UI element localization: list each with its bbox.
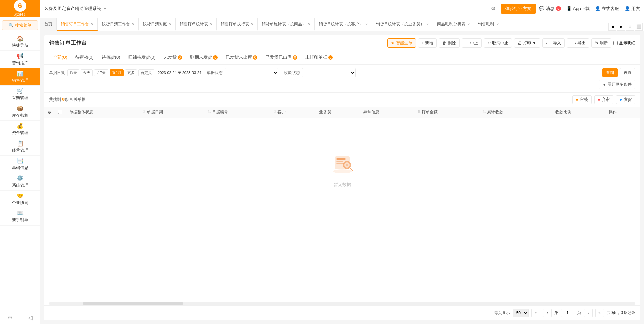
- tab-sales-profit[interactable]: 销售毛利 ×: [474, 18, 503, 31]
- search-menu-button[interactable]: 🔍 搜索菜单: [2, 20, 38, 30]
- expand-more-button[interactable]: ▼ 展开更多条件: [599, 80, 635, 89]
- date-btn-1month[interactable]: 近1月: [110, 69, 124, 76]
- sub-tab-overdue[interactable]: 到期未发货 0: [186, 51, 222, 64]
- sub-tab-shipped-not-in[interactable]: 已发货未出库 0: [222, 51, 262, 64]
- show-detail-checkbox-label[interactable]: 显示明细: [613, 40, 635, 46]
- review-dot-icon: [576, 99, 578, 101]
- sidebar-item-system[interactable]: ⚙️ 系统管理: [0, 173, 40, 191]
- tab-sales-order-exec-close[interactable]: ×: [251, 22, 253, 27]
- scrollbar-area[interactable]: [44, 302, 640, 305]
- tab-sales-stats-staff-close[interactable]: ×: [426, 22, 429, 27]
- th-customer[interactable]: ⇅ 客户: [269, 107, 316, 118]
- settings-btn[interactable]: 设置: [620, 68, 635, 77]
- ship-action-button[interactable]: 发货: [616, 95, 635, 104]
- delete-button[interactable]: 🗑 删除: [439, 38, 460, 48]
- table-scroll-area[interactable]: ⚙ 单据整体状态 ⇅ 单据日期: [44, 107, 640, 302]
- gear-button[interactable]: ⚙: [488, 4, 498, 13]
- date-btn-yesterday[interactable]: 昨天: [67, 69, 79, 76]
- sub-tab-shipped-in[interactable]: 已发货已出库 0: [261, 51, 301, 64]
- refresh-button[interactable]: ↻ 刷新: [591, 38, 611, 48]
- tab-sales-order-stats-label: 销售订单统计表: [180, 21, 208, 27]
- tab-product-margin-close[interactable]: ×: [467, 22, 470, 27]
- tab-sales-stats-staff[interactable]: 销货单统计表（按业务员） ×: [372, 18, 433, 31]
- th-collected[interactable]: ⇅ 累计收款...: [479, 107, 552, 118]
- payment-filter-select[interactable]: [302, 68, 356, 77]
- tab-next-button[interactable]: ▶: [617, 23, 625, 31]
- tab-home[interactable]: 首页: [40, 18, 57, 31]
- app-download-button[interactable]: 📱 App下载: [566, 6, 590, 12]
- date-btn-custom[interactable]: 自定义: [138, 69, 154, 76]
- smart-create-button[interactable]: ★ 智能生单: [387, 38, 416, 48]
- page-prev-button[interactable]: ‹: [543, 309, 552, 317]
- tab-maximize-button[interactable]: ⬜: [635, 23, 643, 31]
- scrollbar-thumb[interactable]: [83, 302, 183, 305]
- tab-cash-daily-close[interactable]: ×: [132, 22, 134, 27]
- date-btn-today[interactable]: 今天: [81, 69, 93, 76]
- th-number[interactable]: ⇅ 单据编号: [204, 107, 269, 118]
- sub-tab-pending-pickup[interactable]: 待拣货(0): [98, 51, 124, 64]
- date-btn-7days[interactable]: 近7天: [94, 69, 108, 76]
- stop-button[interactable]: ⊙ 中止: [462, 38, 482, 48]
- industry-solution-button[interactable]: 体验行业方案: [501, 4, 536, 14]
- sidebar-item-guide[interactable]: 📖 新手引导: [0, 208, 40, 226]
- tab-cash-reconcile-close[interactable]: ×: [169, 22, 171, 27]
- tab-sales-stats-product-close[interactable]: ×: [308, 22, 310, 27]
- tab-sales-stats-product[interactable]: 销货单统计表（按商品） ×: [258, 18, 315, 31]
- sidebar-item-operation[interactable]: 📋 经营管理: [0, 138, 40, 156]
- tab-sales-stats-customer[interactable]: 销货单统计表（按客户） ×: [315, 18, 372, 31]
- tab-close-all-button[interactable]: ×: [626, 23, 634, 31]
- page-total-text: 共0页，0条记录: [607, 310, 635, 316]
- add-button[interactable]: + 新增: [418, 38, 437, 48]
- sidebar-item-basic-info[interactable]: 📑 基础信息: [0, 156, 40, 173]
- page-next-button[interactable]: ›: [584, 309, 593, 317]
- sub-tab-unshipped[interactable]: 未发货 0: [160, 51, 186, 64]
- sub-tab-wangpu[interactable]: 旺铺待发货(0): [124, 51, 160, 64]
- sidebar-item-sales[interactable]: 📊 销售管理: [0, 68, 40, 86]
- cancel-stop-button[interactable]: ↩ 取消中止: [484, 38, 512, 48]
- tab-prev-button[interactable]: ◀: [608, 23, 616, 31]
- operation-icon: 📋: [17, 140, 24, 147]
- select-all-checkbox[interactable]: [58, 110, 62, 114]
- cancel-review-action-button[interactable]: 弃审: [594, 95, 613, 104]
- page-number-input[interactable]: [561, 309, 574, 317]
- print-button[interactable]: 🖨 打印 ▼: [514, 38, 540, 48]
- status-filter-select[interactable]: [225, 68, 278, 77]
- tab-sales-stats-customer-close[interactable]: ×: [365, 22, 368, 27]
- tab-product-margin[interactable]: 商品毛利分析表 ×: [433, 18, 474, 31]
- tab-sales-order-stats-close[interactable]: ×: [210, 22, 212, 27]
- sidebar-item-enterprise[interactable]: 🤝 企业协同: [0, 191, 40, 208]
- date-btn-more[interactable]: 更多: [125, 69, 137, 76]
- export-button[interactable]: ⟶ 导出: [567, 38, 589, 48]
- sidebar-item-quick-nav[interactable]: 🏠 快捷导航: [0, 33, 40, 51]
- page-first-button[interactable]: «: [531, 309, 540, 317]
- collapse-icon[interactable]: ◁: [28, 314, 33, 321]
- query-button[interactable]: 查询: [602, 68, 618, 77]
- settings-bottom-icon[interactable]: ⚙: [7, 314, 13, 321]
- sidebar-item-inventory[interactable]: 📦 库存核算: [0, 103, 40, 121]
- show-detail-checkbox[interactable]: [613, 41, 618, 45]
- page-last-button[interactable]: »: [595, 309, 604, 317]
- tab-sales-profit-close[interactable]: ×: [496, 22, 499, 27]
- sub-tab-pending-review[interactable]: 待审核(0): [71, 51, 98, 64]
- sidebar-item-finance[interactable]: 💰 资金管理: [0, 121, 40, 138]
- page-size-select[interactable]: 50: [513, 309, 529, 317]
- tab-cash-reconcile[interactable]: 钱货日清对账 ×: [139, 18, 176, 31]
- sub-tab-all[interactable]: 全部(0): [49, 51, 71, 64]
- tab-sales-order-exec[interactable]: 销售订单执行表 ×: [217, 18, 258, 31]
- th-status[interactable]: 单据整体状态: [66, 107, 138, 118]
- import-button[interactable]: ⟵ 导入: [542, 38, 565, 48]
- sidebar-item-purchase[interactable]: 🛒 采购管理: [0, 86, 40, 103]
- th-amount[interactable]: ⇅ 订单金额: [413, 107, 479, 118]
- tab-sales-order-workbench[interactable]: 销售订单工作台 ×: [57, 18, 98, 31]
- review-action-button[interactable]: 审核: [572, 95, 592, 104]
- sub-tab-unprinted[interactable]: 未打印单据 0: [301, 51, 337, 64]
- user-menu-button[interactable]: 👤 用友: [625, 6, 640, 12]
- logo-char: 6: [18, 2, 22, 10]
- th-date[interactable]: ⇅ 单据日期: [138, 107, 204, 118]
- online-service-button[interactable]: 👤 在线客服: [595, 6, 619, 12]
- message-button[interactable]: 💬 消息 6: [539, 6, 561, 12]
- tab-sales-order-workbench-close[interactable]: ×: [91, 22, 93, 27]
- tab-sales-order-stats[interactable]: 销售订单统计表 ×: [176, 18, 217, 31]
- tab-cash-daily[interactable]: 钱货日清工作台 ×: [98, 18, 139, 31]
- sidebar-item-marketing[interactable]: 📢 营销推广: [0, 51, 40, 68]
